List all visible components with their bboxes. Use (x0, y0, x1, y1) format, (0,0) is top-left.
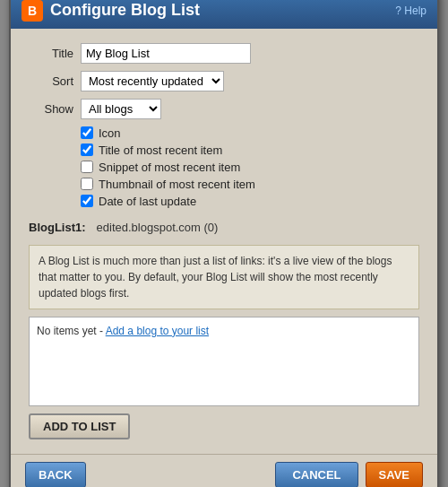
show-label: Show (29, 102, 73, 116)
title-input[interactable] (81, 43, 251, 64)
dialog-footer: BACK CANCEL SAVE (11, 454, 437, 488)
date-checkbox-label: Date of last update (99, 195, 196, 208)
configure-blog-list-dialog: B Configure Blog List ? Help Title Sort … (9, 0, 439, 487)
dialog-title: Configure Blog List (50, 1, 388, 20)
checkbox-icon-row: Icon (81, 126, 419, 140)
bloglist-value: edited.blogspot.com (0) (97, 221, 219, 234)
sort-select[interactable]: Most recently updated Most recently adde… (81, 71, 224, 91)
date-checkbox[interactable] (81, 195, 93, 207)
title-checkbox[interactable] (81, 143, 93, 156)
dialog-body: Title Sort Most recently updated Most re… (11, 29, 437, 454)
checkbox-title-row: Title of most recent item (81, 143, 419, 157)
icon-checkbox[interactable] (81, 126, 93, 139)
title-row: Title (29, 43, 419, 64)
title-checkbox-label: Title of most recent item (99, 143, 222, 157)
checkboxes-section: Icon Title of most recent item Snippet o… (81, 126, 419, 208)
help-link[interactable]: ? Help (395, 4, 426, 17)
save-button[interactable]: SAVE (366, 462, 423, 488)
add-blog-link[interactable]: Add a blog to your list (106, 325, 209, 337)
checkbox-snippet-row: Snippet of most recent item (81, 161, 419, 174)
title-label: Title (29, 47, 73, 60)
checkbox-thumbnail-row: Thumbnail of most recent item (81, 178, 419, 191)
blogger-icon: B (22, 0, 43, 22)
thumbnail-checkbox-label: Thumbnail of most recent item (99, 178, 255, 191)
thumbnail-checkbox[interactable] (81, 178, 93, 190)
info-box: A Blog List is much more than just a lis… (29, 245, 419, 309)
show-row: Show All blogs 5 blogs 10 blogs (29, 99, 419, 119)
icon-checkbox-label: Icon (99, 126, 121, 140)
sort-row: Sort Most recently updated Most recently… (29, 71, 419, 91)
footer-right: CANCEL SAVE (275, 462, 423, 488)
cancel-button[interactable]: CANCEL (275, 462, 358, 488)
add-to-list-button[interactable]: ADD TO LIST (29, 413, 130, 439)
snippet-checkbox[interactable] (81, 161, 93, 173)
checkbox-date-row: Date of last update (81, 195, 419, 208)
dialog-header: B Configure Blog List ? Help (11, 0, 437, 29)
bloglist-label: BlogList1: (29, 221, 86, 234)
no-items-text: No items yet - (37, 325, 106, 337)
show-select[interactable]: All blogs 5 blogs 10 blogs (81, 99, 161, 119)
snippet-checkbox-label: Snippet of most recent item (99, 161, 240, 174)
list-box: No items yet - Add a blog to your list (29, 317, 419, 406)
sort-label: Sort (29, 74, 73, 88)
bloglist-row: BlogList1: edited.blogspot.com (0) (29, 217, 419, 238)
footer-left: BACK (25, 462, 86, 488)
back-button[interactable]: BACK (25, 462, 86, 488)
